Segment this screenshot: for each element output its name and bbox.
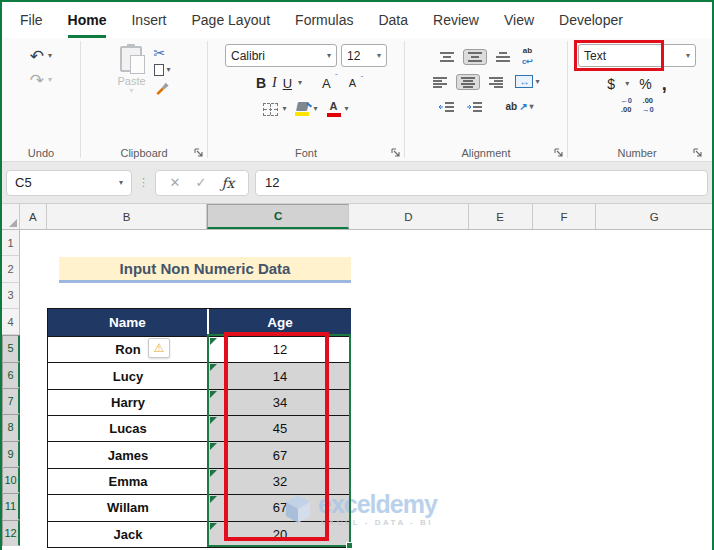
column-header-g[interactable]: G	[596, 204, 712, 229]
tab-review[interactable]: Review	[433, 2, 479, 38]
font-size-dropdown[interactable]: 12 ▾	[341, 44, 387, 67]
cell-c7[interactable]: 34	[209, 389, 351, 415]
row-header-12[interactable]: 12	[2, 520, 20, 546]
chevron-down-icon[interactable]: ▾	[119, 179, 123, 187]
row-header-10[interactable]: 10	[2, 467, 20, 493]
bold-button[interactable]: B	[256, 75, 266, 91]
cell-c6[interactable]: 14	[209, 362, 351, 388]
increase-font-size-button[interactable]: Aˆ	[322, 76, 331, 91]
merge-center-button[interactable]: ↔ ▾	[512, 74, 542, 89]
formula-input[interactable]: 12	[255, 170, 708, 196]
cell-c8[interactable]: 45	[209, 415, 351, 441]
tab-insert[interactable]: Insert	[131, 2, 166, 38]
column-header-f[interactable]: F	[533, 204, 597, 229]
middle-align-button[interactable]	[463, 49, 487, 65]
cell-b5[interactable]: Ron	[48, 336, 209, 362]
tab-file[interactable]: File	[20, 2, 43, 38]
orientation-button[interactable]: ab↗ ▾	[502, 100, 536, 113]
decrease-indent-button[interactable]	[435, 100, 458, 114]
percent-style-button[interactable]: %	[639, 76, 651, 92]
align-right-button[interactable]	[485, 75, 507, 89]
decrease-decimal-button[interactable]: .00→0	[642, 97, 654, 114]
accounting-format-button[interactable]: $	[607, 76, 615, 92]
table-header-name[interactable]: Name	[48, 309, 209, 336]
cell-b9[interactable]: James	[48, 441, 209, 467]
chevron-down-icon[interactable]: ▾	[625, 80, 629, 88]
top-align-button[interactable]	[436, 50, 458, 64]
chevron-down-icon[interactable]: ▾	[48, 52, 52, 60]
copy-icon[interactable]	[154, 64, 164, 76]
number-dialog-launcher[interactable]	[693, 148, 703, 158]
font-name-dropdown[interactable]: Calibri ▾	[225, 44, 337, 67]
cut-icon[interactable]: ✂	[154, 46, 171, 60]
cell-b8[interactable]: Lucas	[48, 415, 209, 441]
row-header-3[interactable]: 3	[2, 283, 20, 309]
paste-button[interactable]: Paste ▾	[117, 44, 145, 95]
row-header-5[interactable]: 5	[2, 335, 20, 361]
error-checking-warning-icon[interactable]: ⚠	[148, 338, 170, 358]
sheet-title-cell[interactable]: Input Non Numeric Data	[59, 257, 351, 283]
row-header-11[interactable]: 11	[2, 493, 20, 519]
cell-c5-active[interactable]: 12	[209, 336, 351, 362]
column-header-e[interactable]: E	[469, 204, 533, 229]
tab-developer[interactable]: Developer	[559, 2, 623, 38]
insert-function-icon[interactable]: ƒx	[221, 175, 234, 191]
clipboard-dialog-launcher[interactable]	[194, 148, 204, 158]
cell-b12[interactable]: Jack	[48, 521, 209, 547]
font-color-button[interactable]: A ▾	[327, 101, 349, 117]
tab-formulas[interactable]: Formulas	[295, 2, 353, 38]
cell-b10[interactable]: Emma	[48, 468, 209, 494]
cell-c12[interactable]: 20	[209, 521, 351, 547]
chevron-down-icon[interactable]: ▾	[167, 66, 171, 74]
select-all-button[interactable]	[2, 204, 20, 229]
row-header-6[interactable]: 6	[2, 362, 20, 388]
fill-color-button[interactable]: ▾	[295, 102, 317, 116]
tab-page-layout[interactable]: Page Layout	[191, 2, 270, 38]
cell-c9[interactable]: 67	[209, 441, 351, 467]
column-header-d[interactable]: D	[349, 204, 469, 229]
name-box[interactable]: C5 ▾	[6, 170, 132, 196]
cancel-icon[interactable]: ✕	[170, 175, 181, 190]
tab-data[interactable]: Data	[378, 2, 408, 38]
column-header-a[interactable]: A	[20, 204, 47, 229]
row-header-4[interactable]: 4	[2, 309, 20, 335]
font-dialog-launcher[interactable]	[391, 148, 401, 158]
undo-icon[interactable]: ↶	[30, 48, 44, 65]
comma-style-button[interactable]: ,	[662, 74, 667, 95]
tab-view[interactable]: View	[504, 2, 534, 38]
borders-button[interactable]: ▾	[263, 103, 286, 116]
bottom-align-button[interactable]	[492, 50, 514, 64]
underline-button[interactable]: U	[283, 76, 292, 91]
row-header-2[interactable]: 2	[2, 256, 20, 282]
row-header-8[interactable]: 8	[2, 414, 20, 440]
tab-home[interactable]: Home	[68, 2, 107, 38]
cell-b6[interactable]: Lucy	[48, 362, 209, 388]
row-header-9[interactable]: 9	[2, 441, 20, 467]
format-painter-icon[interactable]	[154, 80, 170, 95]
number-group: Text ▾ $ ▾ % , ←0.00 .00→0 Number	[568, 38, 706, 161]
italic-button[interactable]: I	[272, 75, 277, 91]
row-header-7[interactable]: 7	[2, 388, 20, 414]
cell-c11[interactable]: 67	[209, 494, 351, 520]
align-left-button[interactable]	[429, 75, 451, 89]
chevron-down-icon: ▾	[327, 52, 331, 60]
wrap-text-button[interactable]: abc↩	[519, 46, 536, 67]
enter-icon[interactable]: ✓	[195, 175, 206, 190]
worksheet[interactable]: 1 2 3 4 5 6 7 8 9 10 11 12 Input Non Num…	[2, 230, 712, 550]
cell-b11[interactable]: Willam	[48, 494, 209, 520]
cell-c10[interactable]: 32	[209, 468, 351, 494]
center-button[interactable]	[456, 74, 480, 90]
table-header-age[interactable]: Age	[209, 309, 351, 336]
alignment-dialog-launcher[interactable]	[554, 148, 564, 158]
cell-b7[interactable]: Harry	[48, 389, 209, 415]
drag-handle-icon[interactable]: ⋮	[138, 176, 149, 189]
increase-indent-button[interactable]	[463, 100, 486, 114]
column-header-b[interactable]: B	[47, 204, 208, 229]
decrease-font-size-button[interactable]: Aˇ	[349, 77, 356, 89]
column-header-c[interactable]: C	[207, 204, 349, 229]
error-triangle-icon	[210, 364, 217, 371]
redo-icon[interactable]: ↷	[30, 72, 44, 89]
increase-decimal-button[interactable]: ←0.00	[620, 97, 632, 114]
chevron-down-icon[interactable]: ▾	[298, 79, 302, 87]
row-header-1[interactable]: 1	[2, 230, 20, 256]
